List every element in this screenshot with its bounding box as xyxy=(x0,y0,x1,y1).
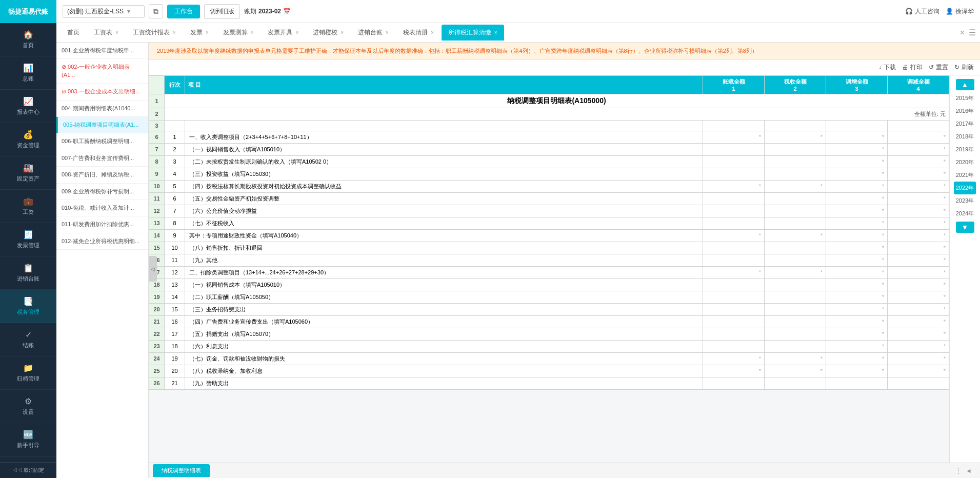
close-all-icon[interactable]: × xyxy=(960,28,965,37)
xiangmu-cell[interactable]: （四）广告费和业务宣传费支出（填写A105060） xyxy=(185,315,703,328)
sidebar-item-salary[interactable]: 💼 工资 xyxy=(0,190,56,223)
c-cell[interactable] xyxy=(703,328,765,340)
year-item[interactable]: 2021年 xyxy=(952,169,978,182)
tab-invoice-calc-close-icon[interactable]: × xyxy=(251,30,254,35)
year-item[interactable]: 2016年 xyxy=(952,105,978,117)
f-cell[interactable]: * xyxy=(888,217,949,229)
xiangmu-cell[interactable]: （三）业务招待费支出 xyxy=(185,303,703,315)
calendar-icon[interactable]: 📅 xyxy=(283,8,291,15)
e-cell[interactable]: * xyxy=(826,168,888,180)
left-panel-item-008[interactable]: 008-资产折旧、摊销及纳税... xyxy=(56,167,148,183)
c-cell[interactable]: * xyxy=(703,180,765,192)
f-cell[interactable]: * xyxy=(888,229,949,242)
xiangmu-cell[interactable]: （八）税收滞纳金、加收利息 xyxy=(185,365,703,377)
c-cell[interactable]: * xyxy=(703,229,765,242)
empty-e3[interactable] xyxy=(826,120,888,131)
c-cell[interactable] xyxy=(703,217,765,229)
f-cell[interactable]: * xyxy=(888,242,949,254)
year-item[interactable]: 2024年 xyxy=(952,207,978,220)
tab-invoice-close-icon[interactable]: × xyxy=(206,30,209,35)
d-cell[interactable]: * xyxy=(765,352,826,365)
tab-invoice-open[interactable]: 发票开具 × xyxy=(261,25,305,41)
d-cell[interactable] xyxy=(765,377,826,389)
c-cell[interactable]: * xyxy=(703,365,765,377)
c-cell[interactable]: * xyxy=(703,266,765,278)
c-cell[interactable] xyxy=(703,168,765,180)
d-cell[interactable] xyxy=(765,155,826,168)
xiangmu-cell[interactable]: （八）销售折扣、折让和退回 xyxy=(185,242,703,254)
left-panel-item-010[interactable]: 010-免税、减计收入及加计... xyxy=(56,200,148,216)
sidebar-item-finance[interactable]: 💰 资金管理 xyxy=(0,123,56,156)
tab-invoice-calc[interactable]: 发票测算 × xyxy=(216,25,261,41)
c-cell[interactable] xyxy=(703,278,765,291)
c-cell[interactable] xyxy=(703,315,765,328)
e-cell[interactable]: * xyxy=(826,205,888,217)
e-cell[interactable]: * xyxy=(826,352,888,365)
xiangmu-cell[interactable]: （四）按税法核算长期股权投资对初始投资成本调整确认收益 xyxy=(185,180,703,192)
left-panel-item-002[interactable]: 002-一般企业收入明细表(A1... xyxy=(56,59,148,84)
tab-purchase-check[interactable]: 进销橙校 × xyxy=(306,25,350,41)
year-item[interactable]: 2023年 xyxy=(952,194,978,207)
year-down-button[interactable]: ▼ xyxy=(956,222,974,233)
tab-tax-clear-close-icon[interactable]: × xyxy=(431,30,434,35)
tab-home[interactable]: 首页 xyxy=(61,25,86,41)
e-cell[interactable]: * xyxy=(826,242,888,254)
d-cell[interactable]: * xyxy=(765,180,826,192)
d-cell[interactable] xyxy=(765,205,826,217)
c-cell[interactable] xyxy=(703,340,765,352)
xiangmu-cell[interactable]: 其中：专项用途财政性资金（填写A105040） xyxy=(185,229,703,242)
e-cell[interactable]: * xyxy=(826,340,888,352)
old-version-button[interactable]: 切到旧版 xyxy=(204,4,240,19)
xiangmu-cell[interactable]: （二）职工薪酬（填写A105050） xyxy=(185,291,703,303)
company-selector[interactable]: (勿删) 江西股金-LSS ▼ xyxy=(63,5,145,18)
d-cell[interactable] xyxy=(765,143,826,155)
e-cell[interactable]: * xyxy=(826,229,888,242)
sidebar-item-close[interactable]: ✓ 结账 xyxy=(0,323,56,356)
xiangmu-cell[interactable]: （一）视同销售成本（填写A105010） xyxy=(185,278,703,291)
tab-purchase-check-close-icon[interactable]: × xyxy=(341,30,344,35)
tab-income-tax-close-icon[interactable]: × xyxy=(494,30,497,35)
c-cell[interactable] xyxy=(703,291,765,303)
spreadsheet[interactable]: 行次 项 目 账载全额 1 税收全额 2 xyxy=(149,75,949,463)
year-item[interactable]: 2017年 xyxy=(952,117,978,130)
e-cell[interactable]: * xyxy=(826,303,888,315)
d-cell[interactable] xyxy=(765,278,826,291)
xiangmu-cell[interactable]: 二、扣除类调整项目（13+14+...24+26+27+28+29+30） xyxy=(185,266,703,278)
sidebar-item-ledger[interactable]: 📊 总账 xyxy=(0,56,56,90)
d-cell[interactable] xyxy=(765,254,826,266)
d-cell[interactable] xyxy=(765,242,826,254)
e-cell[interactable]: * xyxy=(826,254,888,266)
f-cell[interactable]: * xyxy=(888,340,949,352)
f-cell[interactable]: * xyxy=(888,291,949,303)
bottom-tab-adjust[interactable]: 纳税调整明细表 xyxy=(153,464,210,477)
left-panel-item-009[interactable]: 009-企业所得税弥补亏损明... xyxy=(56,184,148,200)
e-cell[interactable]: * xyxy=(826,131,888,143)
year-item[interactable]: 2018年 xyxy=(952,130,978,143)
f-cell[interactable]: * xyxy=(888,266,949,278)
xiangmu-cell[interactable]: （五）捐赠支出（填写A105070） xyxy=(185,328,703,340)
left-panel-item-006[interactable]: 006-职工薪酬纳税调整明细... xyxy=(56,133,148,150)
tab-salary-report-close-icon[interactable]: × xyxy=(173,30,176,35)
f-cell[interactable]: * xyxy=(888,205,949,217)
tab-tax-clear[interactable]: 税表清册 × xyxy=(396,25,441,41)
left-panel-item-004[interactable]: 004-期间费用明细表(A1040... xyxy=(56,101,148,117)
c-cell[interactable]: * xyxy=(703,352,765,365)
tab-salary-report[interactable]: 工资统计报表 × xyxy=(126,25,183,41)
c-cell[interactable] xyxy=(703,377,765,389)
c-cell[interactable] xyxy=(703,155,765,168)
sidebar-item-member[interactable]: V 畅会员 xyxy=(0,456,56,462)
e-cell[interactable]: * xyxy=(826,365,888,377)
c-cell[interactable]: * xyxy=(703,131,765,143)
e-cell[interactable]: * xyxy=(826,192,888,205)
f-cell[interactable]: * xyxy=(888,328,949,340)
tab-income-tax[interactable]: 所得税汇算清缴 × xyxy=(442,25,504,41)
user-menu[interactable]: 👤 徐泽华 xyxy=(946,7,974,16)
more-icon[interactable]: ⋮ xyxy=(955,467,962,474)
empty-d3[interactable] xyxy=(765,120,826,131)
xiangmu-cell[interactable]: （二）未按权责发生制原则确认的收入（填写A10502 0） xyxy=(185,155,703,168)
xiangmu-cell[interactable]: （九）赞助支出 xyxy=(185,377,703,389)
f-cell[interactable]: * xyxy=(888,180,949,192)
d-cell[interactable]: * xyxy=(765,266,826,278)
toggle-panel-button[interactable]: ◁ xyxy=(149,256,157,282)
f-cell[interactable]: * xyxy=(888,278,949,291)
